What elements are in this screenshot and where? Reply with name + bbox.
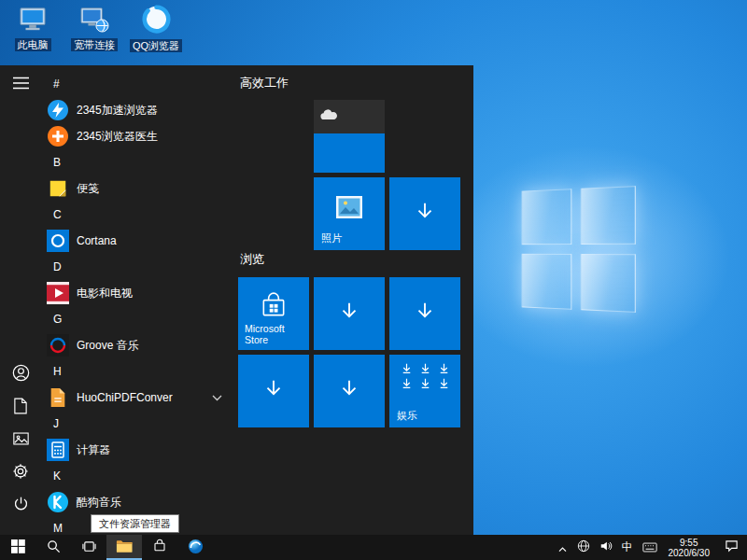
section-letter[interactable]: C	[41, 202, 233, 228]
2345-doctor-icon	[47, 125, 69, 147]
section-letter[interactable]: H	[41, 358, 233, 385]
tile-pending-download[interactable]	[314, 355, 385, 427]
app-label: 电影和电视	[77, 286, 133, 301]
section-letter[interactable]: J	[41, 411, 233, 437]
this-pc-icon	[17, 5, 49, 36]
tile-group-title[interactable]: 高效工作	[240, 75, 289, 91]
browser-globe-icon	[188, 539, 204, 557]
start-menu: # 2345加速浏览器 2345浏览器医生 B 便笺 C Cortana D	[0, 65, 473, 535]
expand-menu-button[interactable]	[0, 73, 41, 95]
clock[interactable]: 9:55 2020/6/30	[662, 535, 717, 560]
file-explorer-button[interactable]	[106, 535, 142, 560]
broadband-icon	[78, 5, 110, 36]
app-label: Groove 音乐	[77, 338, 139, 354]
tile-pending-download[interactable]	[389, 277, 460, 350]
ime-indicator[interactable]: 中	[617, 535, 638, 560]
speaker-icon	[599, 539, 613, 556]
tray-overflow-button[interactable]	[553, 535, 572, 560]
tile-pending-download[interactable]	[238, 355, 309, 427]
store-bag-icon	[152, 539, 167, 556]
app-item-movies-tv[interactable]: 电影和电视	[41, 280, 233, 306]
pictures-icon	[13, 432, 29, 448]
microsoft-store-button[interactable]	[142, 535, 177, 560]
kugou-music-icon	[47, 491, 69, 513]
desktop-icon-this-pc[interactable]: 此电脑	[6, 5, 60, 52]
desktop-icon-broadband[interactable]: 宽带连接	[67, 5, 121, 52]
app-item-huochi-pdf[interactable]: HuoChiPDFConver	[41, 385, 233, 411]
search-icon	[47, 539, 61, 556]
action-center-button[interactable]	[716, 535, 747, 560]
chevron-down-icon[interactable]	[212, 395, 222, 401]
app-item-2345-doctor[interactable]: 2345浏览器医生	[41, 123, 233, 149]
windows-logo-pane	[581, 254, 636, 313]
download-arrow-icon	[337, 377, 361, 405]
network-button[interactable]	[572, 535, 595, 560]
pictures-button[interactable]	[0, 428, 41, 451]
app-item-cortana[interactable]: Cortana	[41, 228, 233, 254]
tile-group-title[interactable]: 浏览	[240, 251, 264, 268]
hamburger-icon	[13, 77, 29, 92]
start-app-list: # 2345加速浏览器 2345浏览器医生 B 便笺 C Cortana D	[41, 65, 233, 535]
account-icon	[12, 364, 30, 385]
start-tiles: 高效工作 照片 浏览 Microsoft Store	[233, 65, 473, 535]
search-button[interactable]	[35, 535, 71, 560]
tile-photos[interactable]: 照片	[314, 177, 385, 250]
clock-date: 2020/6/30	[669, 548, 711, 558]
windows-logo-pane	[521, 254, 571, 310]
start-menu-rail	[0, 65, 41, 535]
desktop-icon-label: QQ浏览器	[130, 39, 182, 52]
touch-keyboard-button[interactable]	[638, 535, 662, 560]
app-item-groove-music[interactable]: Groove 音乐	[41, 332, 233, 358]
file-explorer-tooltip: 文件资源管理器	[91, 514, 179, 533]
sticky-notes-icon	[47, 177, 69, 200]
cloud-icon	[314, 100, 385, 133]
section-letter[interactable]: D	[41, 254, 233, 280]
pdf-converter-icon	[47, 386, 69, 409]
documents-button[interactable]	[0, 396, 41, 418]
app-item-kugou-music[interactable]: 酷狗音乐	[41, 489, 233, 515]
download-arrow-icon	[413, 300, 437, 328]
windows-start-icon	[11, 539, 25, 556]
notification-icon	[725, 539, 739, 556]
browser-button[interactable]	[177, 535, 213, 560]
section-letter[interactable]: G	[41, 306, 233, 332]
tile-folder-entertainment[interactable]: 娱乐	[389, 355, 460, 427]
account-button[interactable]	[0, 363, 41, 385]
section-letter[interactable]: K	[41, 463, 233, 489]
mini-download-arrows	[389, 358, 460, 389]
windows-logo-pane	[581, 186, 636, 245]
windows-logo-pane	[521, 189, 571, 245]
desktop-icon-qq-browser[interactable]: QQ浏览器	[129, 5, 183, 52]
power-icon	[13, 496, 29, 514]
settings-button[interactable]	[0, 461, 41, 483]
task-view-button[interactable]	[71, 535, 106, 560]
chevron-up-icon	[557, 539, 568, 556]
tile-label: 娱乐	[397, 409, 417, 423]
start-button[interactable]	[0, 535, 35, 560]
tile-label: Microsoft Store	[245, 323, 309, 345]
tile-pending-download[interactable]	[389, 177, 460, 250]
tile-microsoft-store[interactable]: Microsoft Store	[238, 277, 309, 350]
app-label: Cortana	[77, 234, 117, 247]
power-button[interactable]	[0, 494, 41, 516]
app-item-sticky-notes[interactable]: 便笺	[41, 175, 233, 202]
network-globe-icon	[577, 539, 590, 556]
calculator-icon	[47, 439, 69, 461]
tile-pending-download[interactable]	[314, 277, 385, 350]
section-letter[interactable]: #	[41, 71, 233, 97]
volume-button[interactable]	[595, 535, 617, 560]
app-item-calculator[interactable]: 计算器	[41, 437, 233, 463]
app-label: 计算器	[77, 442, 110, 458]
system-tray: 中 9:55 2020/6/30	[553, 535, 747, 560]
download-arrow-icon	[413, 200, 437, 228]
app-label: HuoChiPDFConver	[77, 391, 173, 404]
movies-tv-icon	[47, 282, 69, 304]
app-label: 酷狗音乐	[77, 495, 121, 511]
tile-onedrive[interactable]	[314, 100, 385, 173]
2345-browser-icon	[47, 99, 69, 121]
keyboard-icon	[642, 539, 657, 556]
app-item-2345-browser[interactable]: 2345加速浏览器	[41, 97, 233, 123]
photos-icon	[335, 195, 363, 232]
section-letter[interactable]: B	[41, 149, 233, 175]
desktop-icons: 此电脑 宽带连接 QQ浏览器	[6, 5, 183, 52]
